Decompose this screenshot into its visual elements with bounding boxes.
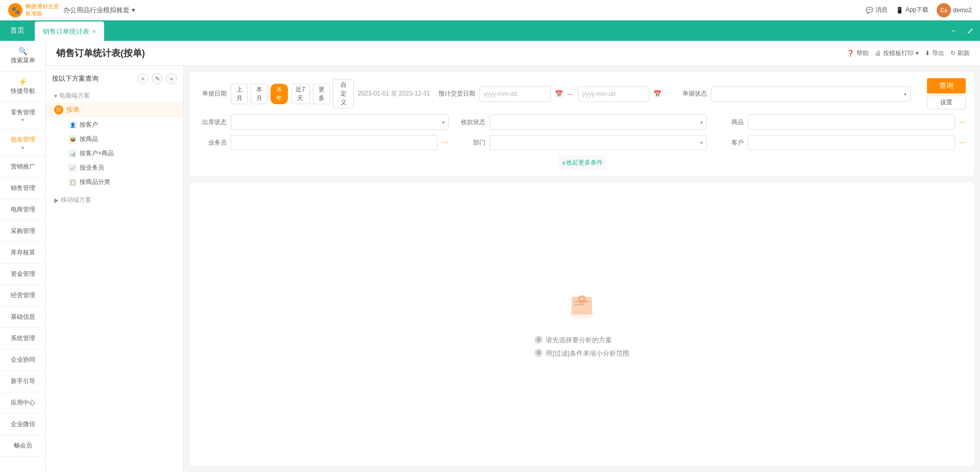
calendar-icon-end: 📅 (653, 90, 662, 98)
topbar: 🐾 畅捷通好生意 标准版 办公用品行业模拟账套 ▾ 💬 消息 📱 App下载 E… (0, 0, 980, 20)
export-button[interactable]: ⬇ 导出 (925, 49, 944, 58)
app-selector[interactable]: 办公用品行业模拟账套 ▾ (63, 6, 135, 15)
product-input[interactable] (748, 114, 954, 130)
sidebar-item-marketing[interactable]: 营销推广 (0, 156, 45, 178)
delivery-date-end[interactable] (578, 86, 649, 102)
svg-rect-3 (574, 304, 584, 305)
sidebar-item-ecommerce[interactable]: 电商管理 (0, 199, 45, 221)
query-button[interactable]: 查询 (927, 78, 966, 93)
product-icon: 📦 (68, 135, 77, 144)
sidebar-item-enterprise[interactable]: 企业协同 (0, 349, 45, 371)
tab-sales-order-stats[interactable]: 销售订单统计表 × (35, 21, 104, 42)
this-year-btn[interactable]: 本年 (271, 84, 287, 104)
chevron-up-icon: ▴ (2, 144, 43, 150)
scheme-by-order[interactable]: 按 按单 (46, 102, 183, 117)
sidebar-item-app-center[interactable]: 应用中心 (0, 392, 45, 414)
customer-input[interactable] (748, 135, 954, 150)
left-panel: 按以下方案查询 + ✎ « ▾ 电脑端方案 按 按单 (46, 66, 184, 472)
nav-icon: ⚡ (2, 78, 43, 86)
order-icon: 按 (54, 105, 63, 114)
ship-status-cell: 出库状态 ▾ (198, 114, 449, 130)
doc-status-select[interactable] (711, 86, 911, 102)
sidebar-item-system[interactable]: 系统管理 (0, 328, 45, 349)
delivery-date-start[interactable] (479, 86, 551, 102)
filter-row-salesperson: 业务员 ··· 部门 ▾ (198, 135, 966, 150)
collapse-button[interactable]: ∧ 收起更多条件 (558, 155, 606, 170)
product-cell: 商品 ··· (715, 114, 966, 130)
custom-btn[interactable]: 自定义 (333, 79, 354, 108)
sidebar-item-sales[interactable]: 销售管理 (0, 178, 45, 199)
add-scheme-button[interactable]: + (137, 73, 149, 84)
sidebar-item-member[interactable]: 畅会员 (0, 435, 45, 457)
maximize-button[interactable]: ⤢ (964, 25, 976, 37)
ship-status-select[interactable] (231, 114, 449, 130)
export-icon: ⬇ (925, 50, 930, 57)
payment-status-cell: 收款状态 ▾ (457, 114, 707, 130)
pc-group-header[interactable]: ▾ 电脑端方案 (46, 89, 183, 102)
product-label: 商品 (715, 118, 744, 127)
collapse-panel-button[interactable]: « (166, 73, 177, 84)
sidebar-item-purchase[interactable]: 采购管理 (0, 221, 45, 242)
chevron-down-icon: ▾ (132, 6, 135, 14)
filter-row-ship: 出库状态 ▾ 收款状态 (198, 114, 966, 130)
salesperson-input[interactable] (231, 135, 437, 150)
more-dots-icon[interactable]: ··· (959, 117, 966, 127)
last-month-btn[interactable]: 上月 (231, 84, 248, 104)
topbar-left: 🐾 畅捷通好生意 标准版 办公用品行业模拟账套 ▾ (8, 3, 135, 17)
content-area: 销售订单统计表(按单) ❓ 帮助 🖨 按模板打印 ▾ ⬇ 导出 ↻ 刷新 (46, 41, 980, 472)
doc-status-cell: 单据状态 ▾ (678, 86, 911, 102)
salesperson-label: 业务员 (198, 138, 227, 147)
department-cell: 部门 ▾ (457, 135, 707, 150)
sidebar-item-new-guide[interactable]: 新手引导 (0, 371, 45, 392)
more-btn[interactable]: 更多 (313, 84, 330, 104)
setting-button[interactable]: 设置 (927, 96, 966, 109)
empty-tips-list: ① 请先选择要分析的方案 ② 用[过滤]条件来缩小分析范围 (534, 336, 629, 362)
refresh-button[interactable]: ↻ 刷新 (950, 49, 970, 58)
department-label: 部门 (457, 138, 485, 147)
this-month-btn[interactable]: 本月 (251, 84, 267, 104)
scheme-by-product-category[interactable]: 📋 按商品分类 (62, 175, 183, 189)
payment-status-select[interactable] (489, 114, 707, 130)
scheme-by-customer-product[interactable]: 📊 按客户+商品 (62, 147, 183, 160)
payment-status-select-wrapper: ▾ (489, 114, 707, 130)
sidebar-item-finance[interactable]: 资金管理 (0, 264, 45, 285)
customer-cell: 客户 ··· (715, 135, 966, 150)
sidebar-item-base-info[interactable]: 基础信息 (0, 306, 45, 328)
minimize-button[interactable]: － (947, 25, 960, 37)
empty-state: ① 请先选择要分析的方案 ② 用[过滤]条件来缩小分析范围 (190, 182, 974, 466)
scheme-by-product[interactable]: 📦 按商品 (62, 132, 183, 146)
search-icon: 🔍 (2, 47, 43, 55)
close-icon[interactable]: × (92, 28, 96, 35)
payment-status-label: 收款状态 (457, 118, 485, 127)
salesperson-cell: 业务员 ··· (198, 135, 449, 150)
scheme-by-customer[interactable]: 👤 按客户 (62, 118, 183, 132)
sidebar-item-inventory[interactable]: 库存核算 (0, 242, 45, 264)
sidebar-item-operations[interactable]: 经营管理 (0, 285, 45, 306)
logo-area: 🐾 畅捷通好生意 标准版 (8, 3, 59, 17)
doc-status-label: 单据状态 (678, 89, 707, 98)
user-menu[interactable]: Ea demo2 (937, 3, 972, 17)
sidebar-item-search[interactable]: 🔍 搜索菜单 (0, 41, 45, 72)
mobile-group-header[interactable]: ▶ 移动端方案 (46, 194, 183, 206)
customer-more-icon[interactable]: ··· (959, 138, 966, 147)
last-7-days-btn[interactable]: 近7天 (291, 84, 310, 104)
doc-status-select-wrapper: ▾ (711, 86, 911, 102)
edit-scheme-button[interactable]: ✎ (152, 73, 163, 84)
app-download-button[interactable]: 📱 App下载 (896, 6, 928, 14)
department-select[interactable] (489, 135, 707, 150)
date-label: 单据日期 (198, 89, 227, 98)
salesperson-more-icon[interactable]: ··· (442, 138, 448, 147)
help-button[interactable]: ❓ 帮助 (847, 49, 869, 58)
department-select-wrapper: ▾ (489, 135, 707, 150)
message-icon: 💬 (866, 7, 873, 14)
print-icon: 🖨 (875, 50, 881, 57)
date-buttons-group: 上月 本月 本年 近7天 更多 自定义 (231, 79, 354, 108)
sidebar-item-enterprise-wechat[interactable]: 企业微信 (0, 414, 45, 435)
message-button[interactable]: 💬 消息 (866, 6, 888, 14)
sidebar-item-quick-nav[interactable]: ⚡ 快捷导航 (0, 72, 45, 102)
sidebar-item-retail[interactable]: 零售管理 ▾ (0, 102, 45, 129)
tab-home[interactable]: 首页 (0, 20, 35, 41)
sidebar-item-wholesale[interactable]: 批发管理 ▴ (0, 129, 45, 156)
scheme-by-salesperson[interactable]: 📈 按业务员 (62, 161, 183, 175)
print-button[interactable]: 🖨 按模板打印 ▾ (875, 49, 919, 58)
